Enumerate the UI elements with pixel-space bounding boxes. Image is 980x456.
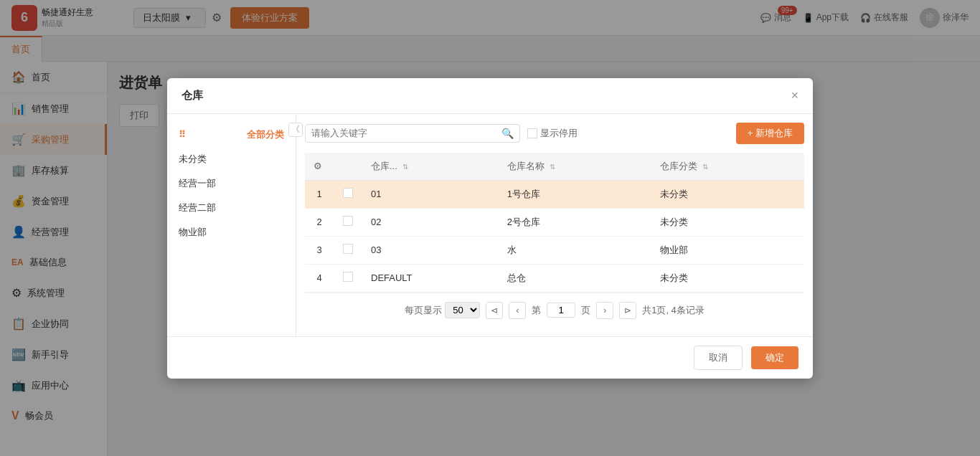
row-code: 02 [362, 208, 499, 236]
th-settings: ⚙ [305, 153, 334, 181]
total-records: 共1页, 4条记录 [642, 304, 705, 317]
search-input[interactable] [311, 128, 501, 138]
per-page-label: 每页显示 50 [405, 302, 480, 318]
row-category: 未分类 [651, 180, 804, 208]
next-page-button[interactable]: › [596, 302, 613, 319]
grid-icon: ⠿ [179, 129, 186, 140]
search-box: 🔍 [305, 124, 520, 143]
category-item-ops1[interactable]: 经营一部 [167, 171, 296, 196]
row-name: 总仓 [499, 264, 651, 292]
page-suffix: 页 [581, 304, 590, 317]
row-category: 未分类 [651, 264, 804, 292]
row-code: 01 [362, 180, 499, 208]
modal-header: 仓库 × [167, 78, 813, 114]
confirm-button[interactable]: 确定 [751, 346, 798, 369]
sort-icon-name: ⇅ [550, 163, 555, 171]
row-category: 物业部 [651, 236, 804, 264]
show-disabled-label[interactable]: 显示停用 [527, 127, 578, 140]
table-row[interactable]: 3 03 水 物业部 [305, 236, 804, 264]
row-checkbox[interactable] [334, 208, 362, 236]
content-panel: 🔍 显示停用 + 新增仓库 ⚙ 仓库. [296, 114, 813, 336]
category-item-unclassified[interactable]: 未分类 [167, 147, 296, 171]
category-all-header[interactable]: ⠿ 全部分类 [167, 123, 296, 147]
collapse-button[interactable]: 《 [288, 123, 303, 137]
modal-footer: 取消 确定 [167, 336, 813, 379]
first-page-button[interactable]: ⊲ [486, 302, 503, 319]
category-item-property[interactable]: 物业部 [167, 220, 296, 244]
modal-overlay: 仓库 × ⠿ 全部分类 《 未分类 经营一部 [0, 0, 980, 456]
table-header-row: ⚙ 仓库... ⇅ 仓库名称 ⇅ 仓库分类 [305, 153, 804, 181]
cancel-button[interactable]: 取消 [694, 346, 743, 370]
warehouse-modal: 仓库 × ⠿ 全部分类 《 未分类 经营一部 [167, 78, 813, 379]
th-category: 仓库分类 ⇅ [651, 153, 804, 181]
row-checkbox[interactable] [334, 264, 362, 292]
row-code: DEFAULT [362, 264, 499, 292]
row-name: 2号仓库 [499, 208, 651, 236]
add-warehouse-button[interactable]: + 新增仓库 [736, 123, 804, 144]
row-name: 水 [499, 236, 651, 264]
warehouse-table: ⚙ 仓库... ⇅ 仓库名称 ⇅ 仓库分类 [305, 153, 804, 293]
per-page-select[interactable]: 50 [445, 302, 480, 318]
th-name: 仓库名称 ⇅ [499, 153, 651, 181]
row-index: 3 [305, 236, 334, 264]
th-code: 仓库... ⇅ [362, 153, 499, 181]
row-checkbox[interactable] [334, 236, 362, 264]
sort-icon-category: ⇅ [702, 163, 708, 171]
row-index: 2 [305, 208, 334, 236]
table-row[interactable]: 2 02 2号仓库 未分类 [305, 208, 804, 236]
category-all-label: 全部分类 [247, 128, 284, 141]
table-row[interactable]: 4 DEFAULT 总仓 未分类 [305, 264, 804, 292]
show-disabled-checkbox[interactable] [527, 128, 537, 138]
modal-close-button[interactable]: × [791, 88, 798, 103]
row-index: 4 [305, 264, 334, 292]
page-number-input[interactable] [547, 303, 575, 318]
modal-body: ⠿ 全部分类 《 未分类 经营一部 经营二部 物业部 [167, 114, 813, 336]
modal-toolbar: 🔍 显示停用 + 新增仓库 [305, 123, 804, 144]
prev-page-button[interactable]: ‹ [509, 302, 526, 319]
row-category: 未分类 [651, 208, 804, 236]
row-code: 03 [362, 236, 499, 264]
table-row[interactable]: 1 01 1号仓库 未分类 [305, 180, 804, 208]
modal-title: 仓库 [182, 89, 203, 103]
page-prefix: 第 [532, 304, 541, 317]
pagination: 每页显示 50 ⊲ ‹ 第 页 › ⊳ 共1页, 4条记录 [305, 293, 804, 328]
last-page-button[interactable]: ⊳ [619, 302, 636, 319]
th-checkbox [334, 153, 362, 181]
category-panel: ⠿ 全部分类 《 未分类 经营一部 经营二部 物业部 [167, 114, 296, 336]
row-index: 1 [305, 180, 334, 208]
category-item-ops2[interactable]: 经营二部 [167, 196, 296, 220]
row-name: 1号仓库 [499, 180, 651, 208]
row-checkbox[interactable] [334, 180, 362, 208]
sort-icon-code: ⇅ [402, 163, 408, 171]
search-icon: 🔍 [501, 128, 514, 139]
